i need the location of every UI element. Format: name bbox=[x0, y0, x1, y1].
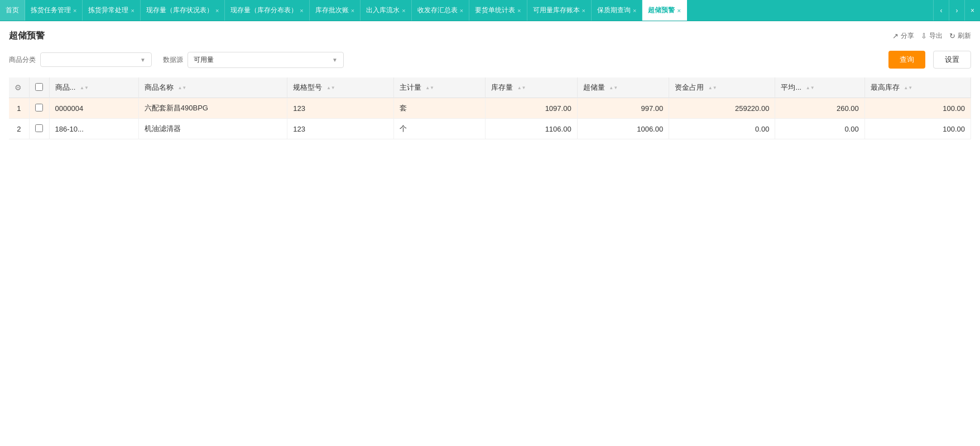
refresh-label: 刷新 bbox=[958, 31, 971, 41]
nav-tab-order-stat[interactable]: 要货单统计表 × bbox=[469, 0, 527, 21]
query-button[interactable]: 查询 bbox=[888, 51, 925, 69]
nav-tab-quality-label: 保质期查询 bbox=[597, 6, 631, 15]
sort-max-stock-icon: ▲▼ bbox=[904, 86, 912, 90]
export-button[interactable]: ⇩ 导出 bbox=[921, 31, 943, 41]
refresh-button[interactable]: ↻ 刷新 bbox=[949, 31, 971, 41]
td-spec-0: 123 bbox=[287, 98, 393, 119]
export-icon: ⇩ bbox=[921, 32, 927, 40]
close-avail-stock-icon[interactable]: × bbox=[582, 7, 585, 14]
nav-next-button[interactable]: › bbox=[949, 0, 964, 21]
close-task-mgmt-icon[interactable]: × bbox=[73, 7, 76, 14]
nav-tab-avail-stock[interactable]: 可用量库存账本 × bbox=[527, 0, 592, 21]
td-product-code-1: 186-10... bbox=[49, 119, 138, 139]
td-capital-occ-0: 259220.00 bbox=[669, 98, 775, 119]
datasource-select[interactable]: 可用量 ▼ bbox=[188, 52, 344, 68]
select-all-checkbox[interactable] bbox=[35, 83, 43, 91]
nav-tab-stock-status[interactable]: 现存量（库存状况表） × bbox=[141, 0, 225, 21]
close-stock-dist-icon[interactable]: × bbox=[300, 7, 303, 14]
th-checkbox bbox=[29, 77, 49, 98]
sort-stock-qty-icon: ▲▼ bbox=[517, 86, 526, 90]
nav-tab-avail-stock-label: 可用量库存账本 bbox=[533, 6, 580, 15]
th-product-code[interactable]: 商品... ▲▼ bbox=[49, 77, 138, 98]
share-button[interactable]: ↗ 分享 bbox=[892, 31, 914, 41]
nav-tab-batch[interactable]: 库存批次账 × bbox=[310, 0, 361, 21]
nav-close-button[interactable]: × bbox=[964, 0, 980, 21]
nav-tab-quality[interactable]: 保质期查询 × bbox=[592, 0, 642, 21]
category-select-value bbox=[46, 56, 48, 64]
th-capital-occ-label: 资金占用 bbox=[675, 83, 704, 91]
top-nav: 首页 拣货任务管理 × 拣货异常处理 × 现存量（库存状况表） × 现存量（库存… bbox=[0, 0, 980, 21]
td-avg-1: 0.00 bbox=[775, 119, 864, 139]
td-checkbox-0[interactable] bbox=[29, 98, 49, 119]
td-spec-1: 123 bbox=[287, 119, 393, 139]
td-stock-qty-0: 1097.00 bbox=[486, 98, 578, 119]
td-overstock-qty-1: 1006.00 bbox=[577, 119, 669, 139]
settings-button[interactable]: 设置 bbox=[933, 51, 971, 69]
table-gear-icon[interactable]: ⚙ bbox=[15, 83, 22, 92]
close-quality-icon[interactable]: × bbox=[633, 7, 636, 14]
category-select[interactable]: ▼ bbox=[40, 52, 152, 67]
nav-tab-task-mgmt-label: 拣货任务管理 bbox=[31, 6, 71, 15]
nav-tab-recv-send-label: 收发存汇总表 bbox=[417, 6, 458, 15]
th-spec[interactable]: 规格型号 ▲▼ bbox=[287, 77, 393, 98]
page-content: 超储预警 ↗ 分享 ⇩ 导出 ↻ 刷新 商品分类 ▼ 数据源 bbox=[0, 21, 980, 446]
sort-capital-occ-icon: ▲▼ bbox=[708, 86, 717, 90]
close-batch-icon[interactable]: × bbox=[351, 7, 354, 14]
td-avg-0: 260.00 bbox=[775, 98, 864, 119]
close-abnormal-icon[interactable]: × bbox=[131, 7, 134, 14]
nav-tab-overstock[interactable]: 超储预警 × bbox=[642, 0, 686, 21]
th-stock-qty[interactable]: 库存量 ▲▼ bbox=[486, 77, 578, 98]
th-overstock-qty[interactable]: 超储量 ▲▼ bbox=[577, 77, 669, 98]
sort-product-code-icon: ▲▼ bbox=[80, 86, 89, 90]
td-capital-occ-1: 0.00 bbox=[669, 119, 775, 139]
export-label: 导出 bbox=[929, 31, 943, 41]
nav-tab-abnormal-label: 拣货异常处理 bbox=[88, 6, 128, 15]
header-actions: ↗ 分享 ⇩ 导出 ↻ 刷新 bbox=[892, 31, 971, 41]
nav-tab-inout-flow[interactable]: 出入库流水 × bbox=[361, 0, 411, 21]
th-avg[interactable]: 平均... ▲▼ bbox=[775, 77, 864, 98]
close-recv-send-icon[interactable]: × bbox=[460, 7, 463, 14]
page-header: 超储预警 ↗ 分享 ⇩ 导出 ↻ 刷新 bbox=[9, 30, 971, 42]
th-unit[interactable]: 主计量 ▲▼ bbox=[393, 77, 486, 98]
nav-prev-button[interactable]: ‹ bbox=[933, 0, 949, 21]
datasource-chevron-icon: ▼ bbox=[332, 57, 338, 63]
nav-tab-recv-send[interactable]: 收发存汇总表 × bbox=[412, 0, 469, 21]
refresh-icon: ↻ bbox=[949, 32, 955, 40]
td-checkbox-1[interactable] bbox=[29, 119, 49, 139]
nav-tab-task-mgmt[interactable]: 拣货任务管理 × bbox=[25, 0, 83, 21]
td-product-name-1: 机油滤清器 bbox=[138, 119, 287, 139]
td-max-stock-1: 100.00 bbox=[864, 119, 971, 139]
close-stock-status-icon[interactable]: × bbox=[215, 7, 219, 14]
table-row: 1 0000004 六配套新昌490BPG 123 套 1097.00 997.… bbox=[9, 98, 971, 119]
row-checkbox-1[interactable] bbox=[35, 124, 43, 132]
table-row: 2 186-10... 机油滤清器 123 个 1106.00 1006.00 … bbox=[9, 119, 971, 139]
nav-tab-abnormal[interactable]: 拣货异常处理 × bbox=[83, 0, 140, 21]
nav-tab-stock-dist[interactable]: 现存量（库存分布表） × bbox=[225, 0, 309, 21]
td-unit-0: 套 bbox=[393, 98, 486, 119]
table-header-row: ⚙ 商品... ▲▼ 商品名称 ▲▼ 规格型号 ▲▼ 主计 bbox=[9, 77, 971, 98]
category-label: 商品分类 bbox=[9, 55, 36, 65]
th-capital-occ[interactable]: 资金占用 ▲▼ bbox=[669, 77, 775, 98]
th-max-stock[interactable]: 最高库存 ▲▼ bbox=[864, 77, 971, 98]
nav-tab-inout-flow-label: 出入库流水 bbox=[366, 6, 400, 15]
close-overstock-icon[interactable]: × bbox=[677, 7, 680, 14]
nav-tab-stock-status-label: 现存量（库存状况表） bbox=[146, 6, 213, 15]
th-avg-label: 平均... bbox=[781, 83, 801, 91]
td-product-name-0: 六配套新昌490BPG bbox=[138, 98, 287, 119]
data-table: ⚙ 商品... ▲▼ 商品名称 ▲▼ 规格型号 ▲▼ 主计 bbox=[9, 77, 971, 139]
td-max-stock-0: 100.00 bbox=[864, 98, 971, 119]
filter-group-category: 商品分类 ▼ bbox=[9, 52, 152, 67]
th-overstock-qty-label: 超储量 bbox=[583, 83, 605, 91]
close-inout-flow-icon[interactable]: × bbox=[402, 7, 405, 14]
row-checkbox-0[interactable] bbox=[35, 104, 43, 112]
page-title: 超储预警 bbox=[9, 30, 45, 42]
close-order-stat-icon[interactable]: × bbox=[517, 7, 521, 14]
th-product-name[interactable]: 商品名称 ▲▼ bbox=[138, 77, 287, 98]
th-product-name-label: 商品名称 bbox=[145, 83, 174, 91]
th-spec-label: 规格型号 bbox=[293, 83, 322, 91]
filter-row: 商品分类 ▼ 数据源 可用量 ▼ 查询 设置 bbox=[9, 51, 971, 69]
th-settings: ⚙ bbox=[9, 77, 29, 98]
datasource-label: 数据源 bbox=[163, 55, 183, 65]
nav-tab-home[interactable]: 首页 bbox=[0, 0, 25, 21]
sort-unit-icon: ▲▼ bbox=[425, 86, 434, 90]
